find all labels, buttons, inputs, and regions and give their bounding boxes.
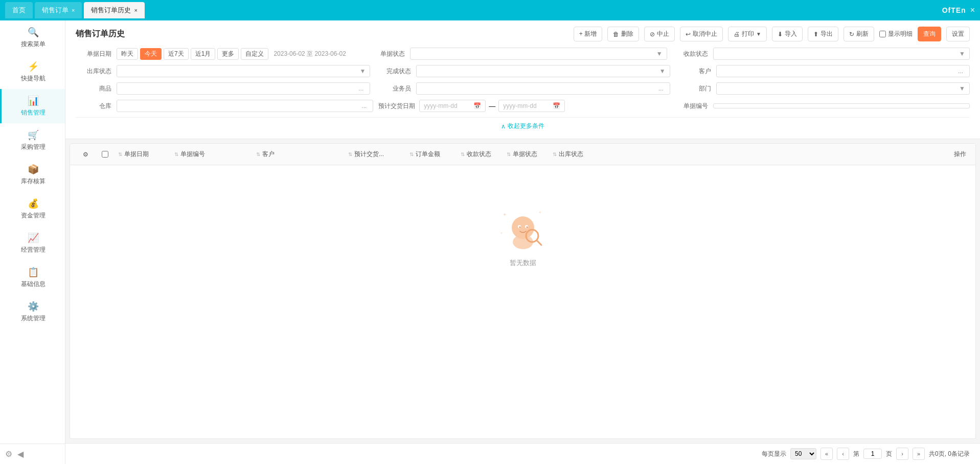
sidebar-item-inventory[interactable]: 📦 库存核算 <box>0 158 65 192</box>
sidebar-item-purchase[interactable]: 🛒 采购管理 <box>0 123 65 158</box>
th-date-label: 单据日期 <box>124 150 149 159</box>
filter-row-2: 出库状态 ▼ 完成状态 ▼ 客户 ... <box>76 65 970 77</box>
calendar-end-icon: 📅 <box>553 102 560 109</box>
refresh-icon: ↻ <box>849 31 854 38</box>
select-all-checkbox[interactable] <box>102 151 108 158</box>
tab-sales-order-label: 销售订单 <box>42 6 69 15</box>
last-page-btn[interactable]: » <box>913 448 925 460</box>
th-out-sort-icon[interactable]: ⇅ <box>553 151 557 157</box>
sidebar-item-quick-nav[interactable]: ⚡ 快捷导航 <box>0 55 65 89</box>
refresh-label: 刷新 <box>856 30 869 38</box>
th-amount-sort-icon[interactable]: ⇅ <box>409 151 414 157</box>
sidebar-item-finance[interactable]: 💰 资金管理 <box>0 192 65 226</box>
sidebar-item-search-menu[interactable]: 🔍 搜索菜单 <box>0 20 65 55</box>
per-page-select[interactable]: 50 10 20 100 <box>790 448 816 459</box>
warehouse-dots-btn[interactable]: ... <box>359 102 369 109</box>
svg-line-7 <box>537 240 541 245</box>
out-status-select[interactable]: ▼ <box>117 65 370 77</box>
stop-label: 中止 <box>657 30 669 38</box>
per-page-label: 每页显示 <box>762 450 786 458</box>
refresh-btn[interactable]: ↻ 刷新 <box>844 27 874 41</box>
sidebar-item-operation[interactable]: 📈 经营管理 <box>0 226 65 260</box>
delete-label: 删除 <box>621 30 633 38</box>
cancel-stop-btn[interactable]: ↩ 取消中止 <box>680 27 723 41</box>
settings-config-btn[interactable]: 设置 <box>946 27 970 41</box>
th-receipt-sort-icon[interactable]: ⇅ <box>461 151 465 157</box>
delivery-date-start-input[interactable]: yyyy-mm-dd 📅 <box>419 100 486 112</box>
sidebar-item-quick-nav-label: 快捷导航 <box>21 74 45 83</box>
date-btn-7days[interactable]: 近7天 <box>164 48 189 60</box>
import-btn[interactable]: ⬇ 导入 <box>772 27 803 41</box>
export-icon: ⬆ <box>813 31 818 38</box>
current-page-input[interactable] <box>863 449 882 459</box>
print-btn[interactable]: 🖨 打印 ▼ <box>728 27 767 41</box>
th-amount-label: 订单金额 <box>416 150 440 159</box>
sidebar-item-basic[interactable]: 📋 基础信息 <box>0 260 65 295</box>
prev-page-btn[interactable]: ‹ <box>837 448 849 460</box>
goods-dots-btn[interactable]: ... <box>356 85 366 92</box>
date-btn-yesterday[interactable]: 昨天 <box>117 48 138 60</box>
th-amount: ⇅ 订单金额 <box>405 145 457 164</box>
order-status-select[interactable]: ▼ <box>410 48 667 60</box>
sidebar-collapse-icon[interactable]: ◀ <box>17 449 24 459</box>
tab-sales-order-history-close[interactable]: × <box>134 7 137 13</box>
tab-sales-order-history[interactable]: 销售订单历史 × <box>84 2 144 18</box>
delete-btn[interactable]: 🗑 删除 <box>607 27 639 41</box>
tab-sales-order-close[interactable]: × <box>72 7 75 13</box>
import-icon: ⬇ <box>778 31 783 38</box>
th-settings[interactable]: ⚙ <box>75 146 96 163</box>
window-close-btn[interactable]: × <box>970 6 975 15</box>
new-btn[interactable]: + 新增 <box>574 27 602 41</box>
order-status-label: 单据状态 <box>369 50 405 58</box>
quick-nav-icon: ⚡ <box>28 61 39 72</box>
next-page-btn[interactable]: › <box>896 448 908 460</box>
goods-input[interactable]: ... <box>117 82 370 95</box>
query-btn[interactable]: 查询 <box>918 27 941 41</box>
print-icon: 🖨 <box>734 31 740 38</box>
order-number-input[interactable] <box>713 103 970 108</box>
th-checkbox[interactable] <box>96 146 114 163</box>
tab-bar: 首页 销售订单 × 销售订单历史 × <box>5 2 942 18</box>
customer-input[interactable]: ... <box>716 65 970 77</box>
th-number-sort-icon[interactable]: ⇅ <box>174 151 178 157</box>
salesperson-label: 业务员 <box>375 84 411 93</box>
th-date-sort-icon[interactable]: ⇅ <box>118 151 122 157</box>
date-range-separator: — <box>489 102 495 110</box>
th-order-status: ⇅ 单据状态 <box>503 145 549 164</box>
th-delivery-sort-icon[interactable]: ⇅ <box>348 151 352 157</box>
collapse-btn[interactable]: ∧ 收起更多条件 <box>501 120 544 132</box>
stop-btn[interactable]: ⊘ 中止 <box>644 27 675 41</box>
total-records: 共0页, 0条记录 <box>929 450 970 458</box>
export-btn[interactable]: ⬆ 导出 <box>808 27 838 41</box>
department-select[interactable]: ▼ <box>716 82 970 95</box>
goods-label: 商品 <box>76 84 111 93</box>
tab-home[interactable]: 首页 <box>5 2 33 18</box>
th-order-sort-icon[interactable]: ⇅ <box>507 151 511 157</box>
display-toggle-checkbox[interactable] <box>879 31 886 37</box>
customer-dots-btn[interactable]: ... <box>956 68 965 75</box>
date-btn-more[interactable]: 更多 <box>217 48 239 60</box>
sidebar-settings-icon[interactable]: ⚙ <box>5 449 12 459</box>
salesperson-input[interactable]: ... <box>416 82 670 95</box>
sidebar-item-sales[interactable]: 📊 销售管理 <box>0 89 65 123</box>
salesperson-dots-btn[interactable]: ... <box>656 85 666 92</box>
first-page-btn[interactable]: « <box>821 448 833 460</box>
warehouse-label: 仓库 <box>76 102 111 111</box>
receipt-status-select[interactable]: ▼ <box>713 48 970 60</box>
warehouse-input[interactable]: ... <box>117 100 373 112</box>
date-btn-today[interactable]: 今天 <box>140 48 162 60</box>
complete-status-select[interactable]: ▼ <box>416 65 670 77</box>
date-btn-1month[interactable]: 近1月 <box>191 48 216 60</box>
table-area: ⚙ ⇅ 单据日期 ⇅ 单据编号 ⇅ 客户 ⇅ <box>70 143 976 439</box>
sidebar-item-search-menu-label: 搜索菜单 <box>21 40 45 49</box>
delivery-date-end-input[interactable]: yyyy-mm-dd 📅 <box>498 100 565 112</box>
display-toggle[interactable]: 显示明细 <box>879 30 913 38</box>
settings-gear-icon: ⚙ <box>83 151 88 158</box>
th-customer-sort-icon[interactable]: ⇅ <box>256 151 260 157</box>
table-header: ⚙ ⇅ 单据日期 ⇅ 单据编号 ⇅ 客户 ⇅ <box>70 144 975 165</box>
svg-text:✦: ✦ <box>500 231 503 235</box>
sidebar-item-system[interactable]: ⚙️ 系统管理 <box>0 295 65 329</box>
tab-sales-order[interactable]: 销售订单 × <box>35 2 82 18</box>
filter-area: 单据日期 昨天 今天 近7天 近1月 更多 自定义 2023-06-02 至 2… <box>76 48 970 139</box>
date-btn-custom[interactable]: 自定义 <box>241 48 268 60</box>
